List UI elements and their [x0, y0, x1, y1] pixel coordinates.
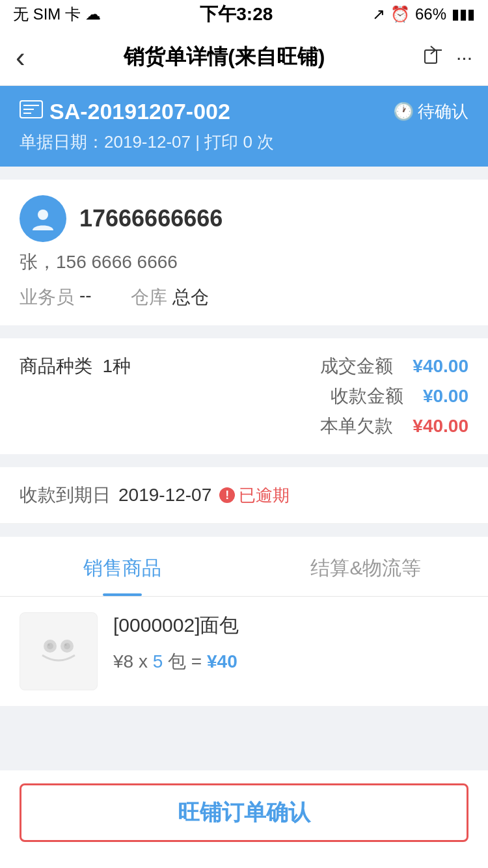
- equals-symbol: =: [191, 651, 207, 671]
- customer-name: 张，156 6666 6666: [20, 250, 468, 275]
- order-date: 单据日期：2019-12-07 | 打印 0 次: [20, 131, 468, 154]
- multiply-symbol: x: [139, 651, 153, 671]
- received-amount-value: ¥0.00: [423, 386, 468, 407]
- customer-meta: 业务员 -- 仓库 总仓: [20, 285, 468, 310]
- status-bar: 无 SIM 卡 ☁ 下午3:28 ↗ ⏰ 66% ▮▮▮: [0, 0, 488, 29]
- due-date-label: 收款到期日: [20, 483, 111, 508]
- confirm-order-button[interactable]: 旺铺订单确认: [20, 783, 468, 842]
- warehouse-label: 仓库: [131, 285, 167, 310]
- back-button[interactable]: ‹: [16, 41, 25, 74]
- svg-point-9: [48, 644, 50, 646]
- tab-sales-products[interactable]: 销售商品: [0, 537, 244, 596]
- status-time: 下午3:28: [200, 2, 273, 27]
- nav-actions: ···: [424, 45, 472, 69]
- order-number: SA-20191207-002: [49, 99, 230, 124]
- unit: 包: [168, 651, 186, 671]
- battery-label: 66%: [415, 5, 446, 23]
- order-status: 🕐 待确认: [393, 100, 468, 123]
- product-info: [0000002]面包 ¥8 x 5 包 = ¥40: [113, 612, 468, 674]
- share-icon[interactable]: [424, 45, 443, 69]
- salesperson-value: --: [79, 285, 92, 310]
- svg-point-11: [64, 643, 70, 649]
- page-title: 销货单详情(来自旺铺): [124, 43, 325, 72]
- status-right: ↗ ⏰ 66% ▮▮▮: [372, 5, 475, 23]
- order-type-icon: [20, 100, 43, 123]
- product-image: [20, 612, 98, 690]
- tab-settlement[interactable]: 结算&物流等: [244, 537, 488, 596]
- clock-icon: 🕐: [393, 102, 414, 122]
- order-id: SA-20191207-002: [20, 99, 230, 124]
- due-date-section: 收款到期日 2019-12-07 ! 已逾期: [0, 467, 488, 524]
- unit-price: ¥8: [113, 651, 133, 671]
- status-text: 待确认: [418, 100, 468, 123]
- amount-section: 商品种类 1种 成交金额 ¥40.00 收款金额 ¥0.00 本单欠款 ¥40.…: [0, 338, 488, 454]
- overdue-badge: ! 已逾期: [219, 484, 290, 507]
- customer-section: 17666666666 张，156 6666 6666 业务员 -- 仓库 总仓: [0, 180, 488, 325]
- overdue-icon: !: [219, 487, 235, 503]
- customer-phone: 17666666666: [79, 205, 223, 232]
- warehouse-value: 总仓: [172, 285, 209, 310]
- no-sim-label: 无 SIM 卡 ☁: [13, 4, 101, 25]
- bottom-bar: 旺铺订单确认: [0, 770, 488, 868]
- total-price: ¥40: [207, 651, 237, 671]
- customer-avatar: [20, 195, 66, 242]
- svg-rect-0: [425, 50, 437, 63]
- location-icon: ↗: [372, 5, 385, 23]
- amounts-right: 成交金额 ¥40.00 收款金额 ¥0.00 本单欠款 ¥40.00: [320, 354, 468, 439]
- owed-amount-value: ¥40.00: [413, 416, 468, 437]
- overdue-text: 已逾期: [239, 484, 290, 507]
- owed-amount-label: 本单欠款: [320, 414, 393, 439]
- product-types: 商品种类 1种: [20, 354, 131, 383]
- product-name: [0000002]面包: [113, 612, 468, 639]
- more-icon[interactable]: ···: [456, 46, 472, 68]
- deal-amount-value: ¥40.00: [413, 356, 468, 377]
- svg-point-12: [65, 644, 67, 646]
- status-left: 无 SIM 卡 ☁: [13, 4, 101, 25]
- due-date-value: 2019-12-07: [118, 485, 211, 506]
- product-tabs: 销售商品 结算&物流等: [0, 537, 488, 597]
- svg-point-6: [38, 210, 48, 220]
- alarm-icon: ⏰: [390, 5, 410, 23]
- received-amount-label: 收款金额: [331, 384, 403, 409]
- salesperson-label: 业务员: [20, 285, 74, 310]
- product-item: [0000002]面包 ¥8 x 5 包 = ¥40: [0, 597, 488, 706]
- deal-amount-label: 成交金额: [320, 354, 393, 379]
- nav-bar: ‹ 销货单详情(来自旺铺) ···: [0, 29, 488, 86]
- order-header-banner: SA-20191207-002 🕐 待确认 单据日期：2019-12-07 | …: [0, 86, 488, 167]
- quantity: 5: [153, 651, 163, 671]
- svg-point-8: [47, 643, 53, 649]
- product-price: ¥8 x 5 包 = ¥40: [113, 649, 468, 674]
- battery-icon: ▮▮▮: [452, 6, 475, 23]
- product-types-label: 商品种类 1种: [20, 354, 131, 379]
